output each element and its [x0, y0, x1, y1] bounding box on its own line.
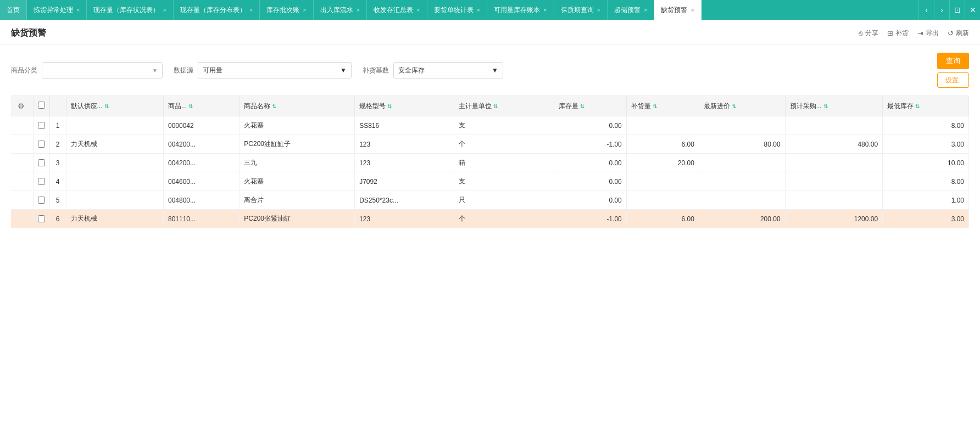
column-settings-icon[interactable]: ⚙ — [15, 100, 26, 111]
row-spec: J7092 — [355, 172, 454, 191]
replenish-base-filter-group: 补货基数 安全库存 ▼ — [363, 62, 503, 79]
row-spec: DS250*23c... — [355, 191, 454, 210]
row-estimate-purchase — [785, 154, 882, 172]
select-all-checkbox[interactable] — [38, 102, 45, 109]
settings-button[interactable]: 设置 — [937, 72, 969, 88]
table-row: 4 004600... 火花塞 J7092 支 0.00 8.00 — [11, 172, 969, 191]
close-tab-shortage[interactable]: × — [691, 7, 694, 13]
row-checkbox[interactable] — [38, 141, 45, 148]
row-latest-price: 80.00 — [699, 135, 785, 154]
close-tab-picking[interactable]: × — [76, 7, 80, 13]
row-checkbox[interactable] — [38, 178, 45, 185]
sort-supplier-icon: ⇅ — [104, 103, 109, 109]
th-replenish[interactable]: 补货量 ⇅ — [626, 96, 699, 116]
tab-shortage[interactable]: 缺货预警 × — [654, 0, 701, 20]
tab-available[interactable]: 可用量库存账本 × — [487, 0, 554, 20]
tab-summary[interactable]: 收发存汇总表 × — [367, 0, 427, 20]
th-name[interactable]: 商品名称 ⇅ — [240, 96, 355, 116]
tab-prev-button[interactable]: ‹ — [918, 0, 934, 20]
row-spec: 123 — [355, 210, 454, 228]
th-supplier[interactable]: 默认供应... ⇅ — [66, 96, 163, 116]
replenish-base-select[interactable]: 安全库存 ▼ — [393, 62, 503, 79]
replenish-button[interactable]: ⊞ 补货 — [887, 29, 909, 38]
category-select[interactable]: ▼ — [42, 62, 163, 79]
table-row: 3 004200... 三九 123 箱 0.00 20.00 10.00 — [11, 154, 969, 172]
datasource-value: 可用量 — [203, 66, 222, 75]
close-tab-requisition[interactable]: × — [477, 7, 480, 13]
th-spec[interactable]: 规格型号 ⇅ — [355, 96, 454, 116]
tab-close-button[interactable]: ✕ — [965, 0, 980, 20]
close-tab-available[interactable]: × — [543, 7, 547, 13]
replenish-base-arrow: ▼ — [492, 66, 498, 74]
category-label: 商品分类 — [11, 66, 37, 75]
th-stock[interactable]: 库存量 ⇅ — [554, 96, 626, 116]
th-code[interactable]: 商品... ⇅ — [163, 96, 239, 116]
row-checkbox[interactable] — [38, 197, 45, 204]
datasource-select[interactable]: 可用量 ▼ — [198, 62, 352, 79]
row-code: 004800... — [163, 191, 239, 210]
row-replenish — [626, 116, 699, 135]
th-latest-price[interactable]: 最新进价 ⇅ — [699, 96, 785, 116]
tab-overstock[interactable]: 超储预警 × — [608, 0, 654, 20]
row-unit: 支 — [454, 116, 554, 135]
row-code: 801110... — [163, 210, 239, 228]
th-unit[interactable]: 主计量单位 ⇅ — [454, 96, 554, 116]
query-button[interactable]: 查询 — [937, 53, 969, 69]
close-tab-stock-dist[interactable]: × — [249, 7, 253, 13]
close-tab-stock-status[interactable]: × — [163, 7, 166, 13]
tab-requisition[interactable]: 要货单统计表 × — [427, 0, 487, 20]
tab-flow[interactable]: 出入库流水 × — [314, 0, 367, 20]
tab-batch[interactable]: 库存批次账 × — [260, 0, 313, 20]
th-estimate-purchase[interactable]: 预计采购... ⇅ — [785, 96, 882, 116]
filter-bar: 商品分类 ▼ 数据源 可用量 ▼ 补货基数 安全库存 ▼ 查询 设置 — [0, 45, 980, 96]
tab-picking[interactable]: 拣货异常处理 × — [27, 0, 87, 20]
row-spec: 123 — [355, 135, 454, 154]
tab-expiry[interactable]: 保质期查询 × — [554, 0, 608, 20]
sort-unit-icon: ⇅ — [493, 103, 498, 109]
sort-replenish-icon: ⇅ — [653, 103, 657, 109]
share-button[interactable]: ⎋ 分享 — [859, 29, 878, 38]
refresh-icon: ↺ — [948, 29, 954, 37]
close-tab-summary[interactable]: × — [416, 7, 420, 13]
table-row: 5 004800... 离合片 DS250*23c... 只 0.00 1.00 — [11, 191, 969, 210]
category-filter-group: 商品分类 ▼ — [11, 62, 163, 79]
close-tab-flow[interactable]: × — [357, 7, 360, 13]
row-estimate-purchase: 480.00 — [785, 135, 882, 154]
th-min-stock[interactable]: 最低库存 ⇅ — [883, 96, 969, 116]
row-replenish — [626, 191, 699, 210]
row-code: 004200... — [163, 154, 239, 172]
page-header: 缺货预警 ⎋ 分享 ⊞ 补货 ⇥ 导出 ↺ 刷新 — [0, 20, 980, 45]
table-header-row: ⚙ 默认供应... ⇅ 商品... — [11, 96, 969, 116]
main-table: ⚙ 默认供应... ⇅ 商品... — [11, 96, 969, 228]
row-estimate-purchase — [785, 191, 882, 210]
th-checkbox — [33, 96, 49, 116]
row-replenish: 6.00 — [626, 210, 699, 228]
tab-bar: 首页 拣货异常处理 × 现存量（库存状况表） × 现存量（库存分布表） × 库存… — [0, 0, 980, 20]
row-code: 0000042 — [163, 116, 239, 135]
tab-restore-button[interactable]: ⊡ — [949, 0, 965, 20]
row-name: 离合片 — [240, 191, 355, 210]
row-checkbox[interactable] — [38, 159, 45, 166]
sort-name-icon: ⇅ — [272, 103, 276, 109]
row-index: 6 — [49, 210, 66, 228]
th-gear[interactable]: ⚙ — [11, 96, 33, 116]
close-tab-overstock[interactable]: × — [644, 7, 647, 13]
row-stock: 0.00 — [554, 116, 626, 135]
close-tab-batch[interactable]: × — [303, 7, 306, 13]
tab-stock-dist[interactable]: 现存量（库存分布表） × — [174, 0, 260, 20]
sort-code-icon: ⇅ — [188, 103, 193, 109]
row-checkbox[interactable] — [38, 215, 45, 222]
tab-stock-status[interactable]: 现存量（库存状况表） × — [87, 0, 173, 20]
tab-next-button[interactable]: › — [934, 0, 949, 20]
row-replenish — [626, 172, 699, 191]
page-title: 缺货预警 — [11, 27, 46, 39]
tab-home[interactable]: 首页 — [0, 0, 27, 20]
row-min-stock: 8.00 — [883, 172, 969, 191]
export-button[interactable]: ⇥ 导出 — [917, 29, 939, 38]
refresh-button[interactable]: ↺ 刷新 — [948, 29, 969, 38]
row-checkbox[interactable] — [38, 122, 45, 129]
row-latest-price — [699, 172, 785, 191]
row-checkbox-cell — [33, 191, 49, 210]
close-tab-expiry[interactable]: × — [597, 7, 600, 13]
row-supplier — [66, 191, 163, 210]
